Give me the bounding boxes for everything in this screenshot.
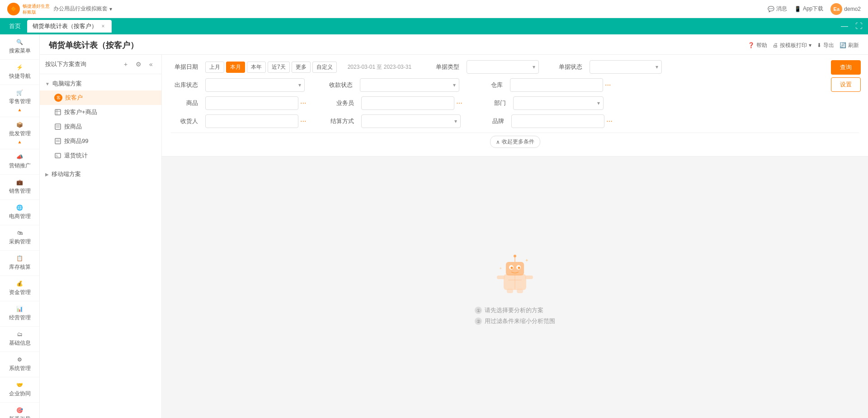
refresh-icon: 🔄 xyxy=(840,42,846,48)
date-btn-this-year[interactable]: 本年 xyxy=(247,62,266,73)
sidebar-item-retail[interactable]: 🛒 零售管理 ▲ xyxy=(0,85,39,117)
sidebar-ecommerce-label: 电商管理 xyxy=(9,213,31,220)
close-tab-button[interactable]: × xyxy=(100,23,106,29)
scheme-item-goods-99[interactable]: 按商品99 xyxy=(40,134,161,148)
collapse-more-button[interactable]: ∧ 收起更多条件 xyxy=(490,136,540,148)
left-panel-actions: + ⚙ « xyxy=(121,59,156,69)
sidebar-item-system[interactable]: ⚙ 系统管理 xyxy=(0,352,39,377)
svg-point-17 xyxy=(518,267,520,269)
mobile-scheme-header[interactable]: ▶ 移动端方案 xyxy=(40,167,161,181)
sidebar-item-newbie[interactable]: 🎯 新手引导 xyxy=(0,403,39,418)
goods-label: 商品 xyxy=(171,99,198,107)
customer-scheme-icon: 客 xyxy=(54,94,62,102)
scheme-settings-button[interactable]: ⚙ xyxy=(133,59,143,69)
sidebar-marketing-label: 营销推广 xyxy=(9,162,31,170)
app-download-label: App下载 xyxy=(803,5,823,13)
sidebar-item-finance[interactable]: 💰 资金管理 xyxy=(0,276,39,301)
purchase-icon: 🛍 xyxy=(17,230,23,236)
empty-tips: ① 请先选择要分析的方案 ② 用过滤条件来缩小分析范围 xyxy=(475,306,555,325)
query-button[interactable]: 查询 xyxy=(831,60,861,75)
download-icon: 📱 xyxy=(794,6,801,12)
sidebar-item-sales[interactable]: 💼 销售管理 xyxy=(0,175,39,200)
filter-section: 查询 设置 单据日期 上月 本月 本年 近7天 更多 自定义 xyxy=(162,55,868,157)
top-bar: 🔶 畅捷通好生意 标账版 办公用品行业模拟账套 ▾ 💬 消息 📱 App下载 E… xyxy=(0,0,868,18)
sidebar-item-wholesale[interactable]: 📦 批发管理 ▲ xyxy=(0,117,39,149)
settlement-select[interactable] xyxy=(361,114,461,128)
inventory-icon: 📋 xyxy=(16,255,23,261)
tip-2-num: ② xyxy=(475,318,482,325)
app-download-button[interactable]: 📱 App下载 xyxy=(794,5,823,13)
active-tab-label: 销货单统计表（按客户） xyxy=(33,22,97,30)
date-btn-7days[interactable]: 近7天 xyxy=(268,62,290,73)
date-btn-more[interactable]: 更多 xyxy=(292,62,311,73)
sidebar-item-marketing[interactable]: 📣 营销推广 xyxy=(0,149,39,175)
salesperson-input[interactable] xyxy=(361,96,454,110)
sidebar-item-basic[interactable]: 🗂 基础信息 xyxy=(0,327,39,352)
warehouse-input-wrapper: ··· xyxy=(510,78,611,92)
user-profile[interactable]: Ea demo2 xyxy=(830,3,861,15)
settings-button[interactable]: 设置 xyxy=(831,77,861,92)
help-button[interactable]: ❓ 帮助 xyxy=(748,42,767,49)
sidebar-wholesale-label: 批发管理 xyxy=(9,130,31,138)
retail-icon: 🛒 xyxy=(16,90,23,96)
department-select-wrapper: ▾ xyxy=(513,96,604,110)
date-btn-last-month[interactable]: 上月 xyxy=(205,62,224,73)
receiver-input[interactable] xyxy=(205,114,298,128)
sidebar-purchase-label: 采购管理 xyxy=(9,238,31,246)
out-status-select[interactable] xyxy=(205,78,305,92)
scheme-item-return-stat[interactable]: 退货统计 xyxy=(40,148,161,163)
system-icon: ⚙ xyxy=(17,356,22,363)
order-status-select[interactable] xyxy=(590,60,662,74)
receiver-dots[interactable]: ··· xyxy=(300,117,306,125)
receipt-status-select[interactable] xyxy=(360,78,459,92)
order-status-select-wrapper: ▾ xyxy=(590,60,662,74)
app-name-dropdown[interactable]: 办公用品行业模拟账套 ▾ xyxy=(53,5,112,13)
date-label: 单据日期 xyxy=(171,63,198,71)
export-button[interactable]: ⬇ 导出 xyxy=(817,42,834,49)
desktop-scheme-header[interactable]: ▼ 电脑端方案 xyxy=(40,77,161,90)
add-scheme-button[interactable]: + xyxy=(121,59,131,69)
warehouse-input[interactable] xyxy=(510,78,603,92)
minimize-window-button[interactable]: — xyxy=(839,20,850,32)
svg-rect-9 xyxy=(55,153,61,158)
order-type-select[interactable] xyxy=(467,60,539,74)
order-status-label: 单据状态 xyxy=(555,63,582,71)
sidebar-item-purchase[interactable]: 🛍 采购管理 xyxy=(0,225,39,251)
date-btn-this-month[interactable]: 本月 xyxy=(226,62,245,73)
newbie-icon: 🎯 xyxy=(16,407,23,413)
user-name: demo2 xyxy=(844,6,861,12)
search-icon: 🔍 xyxy=(16,39,23,45)
collapse-panel-button[interactable]: « xyxy=(146,59,156,69)
date-btn-custom[interactable]: 自定义 xyxy=(312,62,337,73)
scheme-item-by-customer[interactable]: 客 按客户 xyxy=(40,90,161,105)
print-button[interactable]: 🖨 按模板打印 ▾ xyxy=(773,42,811,49)
brand-dots[interactable]: ··· xyxy=(606,117,612,125)
refresh-label: 刷新 xyxy=(848,42,859,49)
salesperson-dots[interactable]: ··· xyxy=(456,99,462,107)
sidebar-item-operation[interactable]: 📊 经营管理 xyxy=(0,301,39,327)
sidebar-quick-nav[interactable]: ⚡ 快捷导航 xyxy=(0,60,39,85)
warehouse-dots[interactable]: ··· xyxy=(605,81,611,89)
active-tab[interactable]: 销货单统计表（按客户） × xyxy=(27,20,112,33)
svg-rect-13 xyxy=(506,262,524,276)
message-button[interactable]: 💬 消息 xyxy=(768,5,787,13)
department-select[interactable] xyxy=(513,96,604,110)
scheme-item-customer-goods[interactable]: 按客户+商品 xyxy=(40,105,161,119)
maximize-window-button[interactable]: ⛶ xyxy=(854,20,864,32)
sidebar-item-ecommerce[interactable]: 🌐 电商管理 xyxy=(0,200,39,225)
basic-icon: 🗂 xyxy=(17,331,23,337)
arrow-up-icon: ▲ xyxy=(18,139,22,144)
sidebar-item-enterprise[interactable]: 🤝 企业协同 xyxy=(0,377,39,403)
sidebar-item-inventory[interactable]: 📋 库存核算 xyxy=(0,251,39,276)
brand-input[interactable] xyxy=(511,114,604,128)
scheme-item-by-goods[interactable]: 按商品 xyxy=(40,119,161,134)
print-label: 按模板打印 xyxy=(780,42,807,49)
home-tab[interactable]: 首页 xyxy=(4,20,26,33)
svg-rect-21 xyxy=(525,276,533,279)
tip-1-num: ① xyxy=(475,307,482,314)
sidebar-search[interactable]: 🔍 搜索菜单 xyxy=(0,34,39,60)
svg-text:✦: ✦ xyxy=(499,266,502,271)
refresh-button[interactable]: 🔄 刷新 xyxy=(840,42,859,49)
goods-input[interactable] xyxy=(205,96,298,110)
goods-dots[interactable]: ··· xyxy=(300,99,306,107)
